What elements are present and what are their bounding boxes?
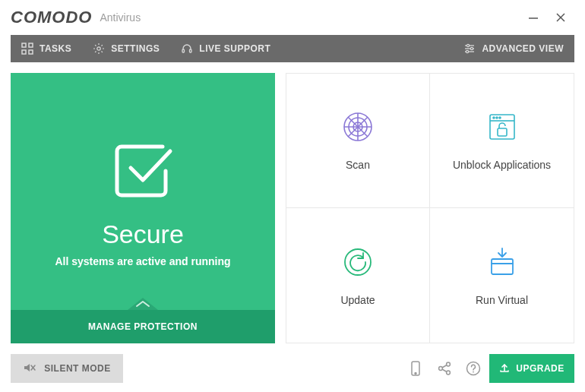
svg-point-26 — [496, 117, 498, 119]
update-icon — [341, 245, 375, 282]
manage-protection-button[interactable]: MANAGE PROTECTION — [11, 310, 275, 343]
action-unblock-label: Unblock Applications — [453, 159, 551, 171]
manage-protection-label: MANAGE PROTECTION — [88, 321, 198, 332]
svg-rect-3 — [22, 43, 26, 47]
menu-tasks-label: TASKS — [40, 43, 71, 54]
action-scan-label: Scan — [346, 159, 370, 171]
status-panel: Secure All systems are active and runnin… — [11, 73, 275, 343]
svg-line-38 — [442, 365, 447, 368]
unblock-icon — [485, 110, 519, 147]
run-virtual-icon — [485, 245, 519, 282]
svg-rect-4 — [29, 43, 33, 47]
svg-line-39 — [442, 369, 447, 372]
footer: SILENT MODE — [11, 354, 574, 383]
upgrade-icon — [499, 362, 510, 375]
mute-icon — [23, 361, 36, 377]
action-grid: Scan Unblock Applications — [286, 73, 574, 343]
silent-mode-label: SILENT MODE — [44, 363, 111, 374]
svg-rect-30 — [492, 259, 513, 274]
svg-point-7 — [97, 47, 100, 50]
scan-icon — [341, 110, 375, 147]
close-icon — [555, 12, 566, 23]
menu-live-support[interactable]: LIVE SUPPORT — [170, 35, 281, 62]
svg-point-27 — [499, 117, 501, 119]
svg-point-15 — [466, 50, 469, 52]
action-update-label: Update — [340, 294, 375, 306]
share-icon[interactable] — [436, 360, 453, 377]
titlebar: COMODO Antivirus — [0, 0, 585, 35]
menubar: TASKS SETTINGS LIVE SUPPORT — [11, 35, 574, 62]
secure-check-icon — [108, 136, 178, 209]
menu-settings-label: SETTINGS — [111, 43, 160, 54]
brand-logo: COMODO — [11, 8, 92, 27]
headset-icon — [181, 43, 193, 55]
svg-rect-8 — [182, 49, 185, 52]
upgrade-label: UPGRADE — [516, 363, 564, 374]
status-title: Secure — [102, 220, 184, 249]
upgrade-button[interactable]: UPGRADE — [489, 354, 574, 383]
action-unblock-applications[interactable]: Unblock Applications — [430, 74, 574, 208]
help-icon[interactable] — [465, 360, 482, 377]
menu-tasks[interactable]: TASKS — [11, 35, 82, 62]
minimize-button[interactable] — [520, 0, 547, 35]
action-update[interactable]: Update — [286, 208, 430, 343]
tasks-icon — [21, 43, 33, 55]
svg-point-41 — [473, 371, 474, 373]
footer-icon-group — [407, 354, 482, 383]
mobile-icon[interactable] — [407, 360, 424, 377]
action-run-virtual[interactable]: Run Virtual — [430, 208, 574, 343]
sliders-icon — [463, 43, 476, 55]
gear-icon — [93, 43, 105, 55]
menu-live-support-label: LIVE SUPPORT — [199, 43, 270, 54]
svg-rect-6 — [29, 50, 33, 54]
product-name: Antivirus — [100, 11, 141, 24]
svg-rect-5 — [22, 50, 26, 54]
svg-point-13 — [471, 47, 473, 49]
silent-mode-button[interactable]: SILENT MODE — [11, 354, 123, 383]
action-scan[interactable]: Scan — [286, 74, 430, 208]
svg-point-11 — [467, 44, 470, 46]
menu-advanced-view-label: ADVANCED VIEW — [482, 43, 564, 54]
status-subtitle: All systems are active and running — [41, 255, 244, 267]
svg-point-25 — [493, 117, 495, 119]
action-run-virtual-label: Run Virtual — [476, 294, 528, 306]
svg-point-34 — [415, 373, 416, 375]
close-button[interactable] — [547, 0, 574, 35]
main-area: Secure All systems are active and runnin… — [11, 73, 574, 343]
svg-rect-9 — [190, 49, 192, 52]
expand-chevron[interactable] — [128, 295, 158, 310]
svg-rect-28 — [498, 128, 507, 136]
minimize-icon — [528, 12, 539, 23]
menu-settings[interactable]: SETTINGS — [82, 35, 170, 62]
menu-advanced-view[interactable]: ADVANCED VIEW — [453, 35, 574, 62]
